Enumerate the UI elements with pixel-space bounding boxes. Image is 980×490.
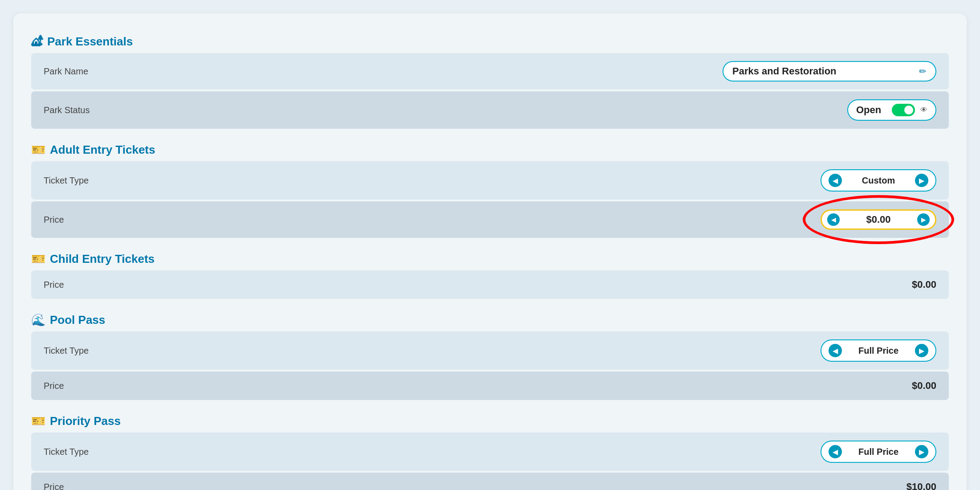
child-price-value: $0.00 [912, 279, 936, 290]
edit-icon[interactable]: ✏ [919, 66, 927, 77]
child-price-row: Price $0.00 [31, 270, 949, 299]
park-essentials-title: Park Essentials [47, 35, 133, 49]
child-tickets-title: Child Entry Tickets [50, 252, 155, 266]
child-tickets-icon: 🎫 [31, 252, 45, 266]
pool-ticket-type-row: Ticket Type ◀ Full Price ▶ [31, 331, 949, 370]
main-container: 🏕 Park Essentials Park Name Parks and Re… [13, 13, 967, 490]
pool-ticket-type-next[interactable]: ▶ [915, 344, 928, 357]
adult-price-wrapper: ◀ $0.00 ▶ [821, 209, 936, 230]
pool-price-row: Price $0.00 [31, 372, 949, 400]
park-essentials-icon: 🏕 [31, 35, 43, 49]
pool-ticket-type-value: Full Price [852, 346, 905, 356]
adult-ticket-type-row: Ticket Type ◀ Custom ▶ [31, 161, 949, 200]
adult-price-label: Price [44, 215, 64, 225]
pool-pass-title: Pool Pass [50, 313, 105, 327]
pool-pass-icon: 🌊 [31, 313, 45, 327]
park-name-row: Park Name Parks and Restoration ✏ [31, 53, 949, 90]
section-priority-pass: 🎫 Priority Pass [31, 406, 949, 433]
adult-price-row: Price ◀ $0.00 ▶ [31, 201, 949, 238]
park-status-control[interactable]: Open 👁 [847, 99, 936, 121]
park-name-label: Park Name [44, 66, 88, 77]
pool-ticket-type-label: Ticket Type [44, 346, 89, 356]
park-status-value: Open [856, 104, 881, 116]
priority-ticket-type-next[interactable]: ▶ [915, 445, 928, 458]
park-name-value: Parks and Restoration [732, 65, 837, 77]
priority-ticket-type-value: Full Price [852, 447, 905, 457]
adult-price-prev[interactable]: ◀ [827, 213, 840, 226]
adult-price-next[interactable]: ▶ [917, 213, 930, 226]
priority-ticket-type-label: Ticket Type [44, 447, 89, 457]
adult-ticket-type-selector[interactable]: ◀ Custom ▶ [821, 169, 936, 192]
priority-price-value: $10.00 [906, 481, 936, 490]
adult-tickets-title: Adult Entry Tickets [50, 143, 155, 157]
priority-pass-title: Priority Pass [50, 414, 121, 428]
priority-price-label: Price [44, 482, 64, 490]
park-status-toggle[interactable] [892, 104, 915, 116]
adult-ticket-type-label: Ticket Type [44, 176, 89, 186]
pool-ticket-type-prev[interactable]: ◀ [829, 344, 842, 357]
section-child-tickets: 🎫 Child Entry Tickets [31, 244, 949, 270]
section-pool-pass: 🌊 Pool Pass [31, 305, 949, 331]
section-park-essentials: 🏕 Park Essentials [31, 27, 949, 53]
pool-price-value: $0.00 [912, 380, 936, 392]
park-status-row: Park Status Open 👁 [31, 91, 949, 129]
adult-price-value: $0.00 [854, 214, 903, 225]
adult-ticket-type-value: Custom [852, 176, 905, 186]
priority-price-row: Price $10.00 [31, 473, 949, 490]
section-adult-tickets: 🎫 Adult Entry Tickets [31, 135, 949, 161]
priority-ticket-type-prev[interactable]: ◀ [829, 445, 842, 458]
adult-ticket-type-prev[interactable]: ◀ [829, 174, 842, 187]
eye-icon: 👁 [920, 106, 927, 114]
adult-price-input[interactable]: ◀ $0.00 ▶ [821, 209, 936, 230]
pool-ticket-type-selector[interactable]: ◀ Full Price ▶ [821, 339, 936, 362]
park-name-input[interactable]: Parks and Restoration ✏ [723, 61, 936, 82]
priority-pass-icon: 🎫 [31, 414, 45, 428]
adult-tickets-icon: 🎫 [31, 143, 45, 157]
pool-price-label: Price [44, 381, 64, 391]
adult-ticket-type-next[interactable]: ▶ [915, 174, 928, 187]
priority-ticket-type-row: Ticket Type ◀ Full Price ▶ [31, 433, 949, 471]
child-price-label: Price [44, 280, 64, 290]
priority-ticket-type-selector[interactable]: ◀ Full Price ▶ [821, 441, 936, 463]
park-status-label: Park Status [44, 105, 90, 115]
